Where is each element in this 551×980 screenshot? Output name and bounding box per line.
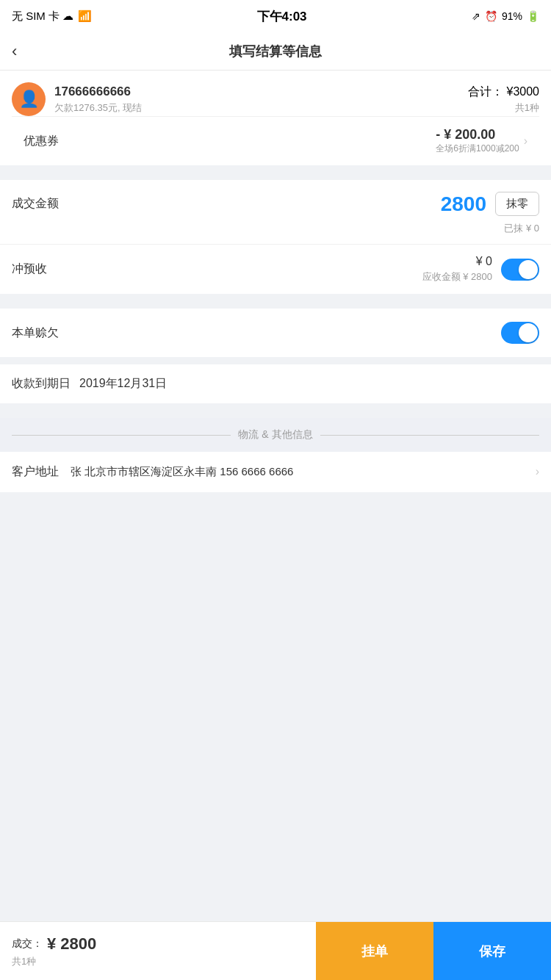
section-divider-3 (0, 411, 551, 418)
transaction-right: 2800 抹零 (441, 192, 539, 216)
alarm-icon: ⏰ (485, 10, 497, 22)
section-divider-1 (0, 173, 551, 180)
coupon-label: 优惠券 (24, 134, 59, 149)
status-time: 下午4:03 (257, 8, 307, 25)
user-card: 👤 17666666666 欠款1276.35元, 现结 合计： ¥3000 共… (0, 71, 551, 165)
address-value: 张 北京市市辖区海淀区永丰南 156 6666 6666 (71, 464, 536, 480)
user-left: 👤 17666666666 欠款1276.35元, 现结 (12, 82, 142, 116)
section-divider-2 (0, 301, 551, 309)
chevron-right-icon: › (524, 134, 527, 148)
debit-row: 本单赊欠 (0, 309, 551, 357)
user-debt: 欠款1276.35元, 现结 (54, 101, 142, 115)
save-button[interactable]: 保存 (433, 922, 551, 981)
coupon-info: - ¥ 200.00 全场6折满1000减200 (436, 127, 519, 155)
due-date-label: 收款到期日 (12, 376, 71, 392)
address-row[interactable]: 客户地址 张 北京市市辖区海淀区永丰南 156 6666 6666 › (0, 452, 551, 492)
bottom-total-label: 成交： (12, 937, 43, 951)
round-button[interactable]: 抹零 (495, 192, 539, 216)
transaction-sub: 已抹 ¥ 0 (0, 222, 551, 244)
prepaid-toggle[interactable] (501, 259, 539, 281)
location-icon: ⇗ (472, 10, 480, 22)
battery-label: 91% (502, 10, 522, 22)
due-date-row: 收款到期日 2019年12月31日 (0, 364, 551, 403)
avatar: 👤 (12, 82, 46, 116)
prepaid-right: ¥ 0 应收金额 ¥ 2800 (422, 255, 539, 284)
toggle-thumb (519, 260, 538, 279)
back-button[interactable]: ‹ (12, 42, 17, 61)
transaction-row: 成交金额 2800 抹零 (0, 180, 551, 222)
prepaid-sub: 应收金额 ¥ 2800 (422, 270, 492, 284)
user-info: 17666666666 欠款1276.35元, 现结 (54, 84, 142, 115)
page-header: ‹ 填写结算等信息 (0, 32, 551, 71)
section-line-right (320, 435, 539, 436)
user-right: 合计： ¥3000 共1种 (468, 84, 539, 115)
content: 👤 17666666666 欠款1276.35元, 现结 合计： ¥3000 共… (0, 71, 551, 676)
total-label-text: 合计： (468, 85, 503, 98)
debit-toggle-thumb (519, 323, 538, 342)
bottom-count: 共1种 (12, 955, 304, 968)
section-line-left (12, 435, 231, 436)
coupon-row[interactable]: 优惠券 - ¥ 200.00 全场6折满1000减200 › (12, 116, 539, 165)
status-bar: 无 SIM 卡 ☁ 📶 下午4:03 ⇗ ⏰ 91% 🔋 (0, 0, 551, 32)
bottom-total-row: 成交： ¥ 2800 (12, 934, 304, 954)
address-label: 客户地址 (12, 464, 59, 480)
pending-button[interactable]: 挂单 (316, 922, 433, 981)
coupon-amount: - ¥ 200.00 (436, 127, 519, 143)
logistics-header: 物流 & 其他信息 (0, 418, 551, 452)
debit-toggle[interactable] (501, 322, 539, 344)
bottom-bar: 成交： ¥ 2800 共1种 挂单 保存 (0, 921, 551, 980)
page-title: 填写结算等信息 (229, 43, 322, 60)
total-amount: ¥3000 (507, 85, 540, 98)
battery-icon: 🔋 (527, 10, 539, 22)
transaction-amount: 2800 (441, 192, 486, 216)
status-right: ⇗ ⏰ 91% 🔋 (472, 10, 539, 22)
address-chevron-icon: › (536, 465, 539, 478)
bottom-total-amount: ¥ 2800 (47, 934, 96, 954)
total-count: 共1种 (468, 101, 539, 115)
coupon-desc: 全场6折满1000减200 (436, 143, 519, 155)
sim-label: 无 SIM 卡 ☁ (12, 10, 73, 24)
prepaid-amount: ¥ 0 (476, 255, 492, 268)
user-row: 👤 17666666666 欠款1276.35元, 现结 合计： ¥3000 共… (12, 82, 539, 116)
status-left: 无 SIM 卡 ☁ 📶 (12, 10, 92, 24)
empty-space (0, 500, 551, 610)
prepaid-amounts: ¥ 0 应收金额 ¥ 2800 (422, 255, 492, 284)
wifi-icon: 📶 (78, 10, 92, 23)
due-date-value: 2019年12月31日 (79, 376, 167, 392)
prepaid-label: 冲预收 (12, 262, 47, 277)
total-label: 合计： ¥3000 (468, 84, 539, 100)
bottom-info: 成交： ¥ 2800 共1种 (0, 934, 316, 968)
transaction-label: 成交金额 (12, 196, 59, 212)
logistics-label: 物流 & 其他信息 (238, 428, 312, 442)
user-phone: 17666666666 (54, 84, 142, 99)
debit-label: 本单赊欠 (12, 325, 59, 341)
coupon-right: - ¥ 200.00 全场6折满1000减200 › (436, 127, 527, 155)
transaction-section: 成交金额 2800 抹零 已抹 ¥ 0 冲预收 ¥ 0 应收金额 ¥ 2800 (0, 180, 551, 294)
prepaid-row: 冲预收 ¥ 0 应收金额 ¥ 2800 (0, 244, 551, 294)
